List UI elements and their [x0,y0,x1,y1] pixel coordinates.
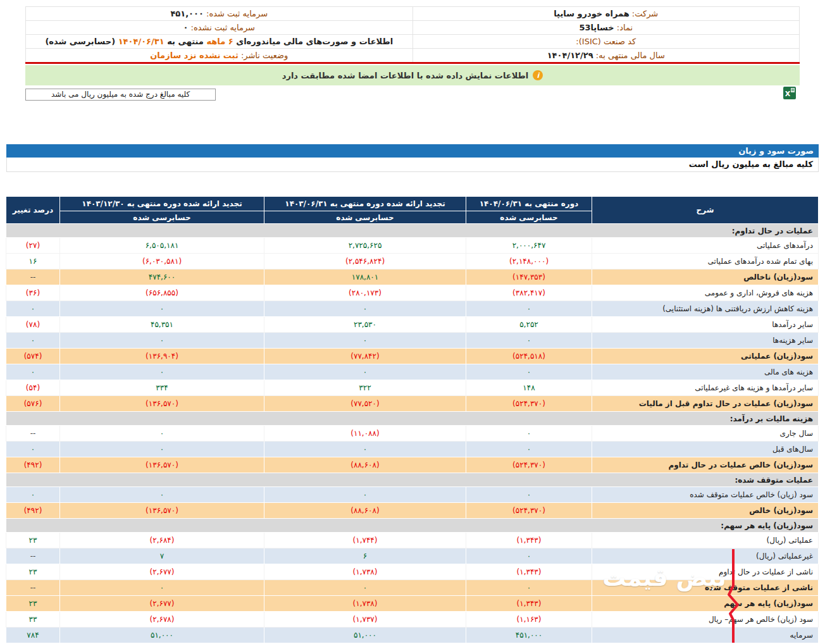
pl-section-label: سود(زیان) پایه هر سهم: [6,519,819,533]
pl-cell-v1: (۵۲۴,۳۷۰) [466,396,592,412]
pl-row-label: سود(زیان) عملیات در حال تداوم قبل از مال… [592,396,819,412]
pl-row-label: هزینه های مالی [592,364,819,380]
pl-cell-v3: ۰ [60,333,264,349]
pl-cell-v1: ۰ [466,301,592,317]
statement-title-cell: اطلاعات و صورت‌های مالی میاندوره‌ای ۶ ما… [26,35,413,49]
signed-info-banner: i اطلاعات نمایش داده شده با اطلاعات امضا… [25,65,800,85]
pl-cell-v3: (۲,۶۸۴) [60,533,264,548]
pl-cell-pct: -- [6,426,60,442]
pl-cell-pct: ۰ [6,487,60,503]
banner-message: اطلاعات نمایش داده شده با اطلاعات امضا ش… [282,71,529,80]
pl-row-label: درآمدهای عملیاتی [592,238,819,254]
pl-cell-v3: ۰ [60,301,264,317]
pl-cell-v2: (۲۸۰,۱۷۳) [264,285,466,301]
pl-cell-v3: ۰ [60,580,264,596]
statement-part: منتهی به [164,37,207,46]
pl-cell-pct: -- [6,269,60,285]
pl-cell-pct: ۰ [6,333,60,349]
million-note: کلیه مبالغ درج شده به میلیون ریال می باش… [25,89,216,101]
pl-data-row: سود (زیان) خالص عملیات متوقف شده۰۰۰۰ [6,487,819,503]
pl-cell-v2: (۱,۷۴۴) [264,533,466,548]
pl-row-label: هزینه های فروش، اداری و عمومی [592,285,819,301]
pl-cell-v2: ۲,۷۲۵,۶۲۵ [264,238,466,254]
pl-data-row: سال جاری۰(۱۱,۰۸۸)۰-- [6,426,819,442]
symbol-cell: نماد: خساپا53 [412,21,800,35]
fiscal-year-cell: سال مالی منتهی به: ۱۴۰۴/۱۲/۲۹ [412,49,800,63]
pl-row-label: سود (زیان) خالص هر سهم– ریال [592,612,819,628]
pl-cell-v2: ۱۷۸,۸۰۱ [264,269,466,285]
pl-cell-pct: (۲۷) [6,238,60,254]
pl-cell-pct: (۵۴) [6,380,60,396]
statement-period-highlight: ۶ ماهه [206,37,233,46]
pl-cell-v1: ۱۴۸ [466,380,592,396]
pl-cell-v1: ۰ [466,333,592,349]
pl-data-row: هزینه های مالی۰۰۰۰ [6,364,819,380]
audited-label: حسابرسی شده [466,211,592,224]
pl-cell-v1: ۰ [466,426,592,442]
pl-data-row: سایر درآمدها۵,۲۵۲۲۳,۵۳۰۴۵,۳۵۱(۷۸) [6,317,819,333]
pl-row-label: سود (زیان) خالص عملیات متوقف شده [592,487,819,503]
pl-data-row: سایر درآمدها و هزینه های غیرعملیاتی۱۴۸۳۲… [6,380,819,396]
pl-section-label: هزینه مالیات بر درآمد: [6,412,819,426]
company-label: شرکت: [632,9,658,18]
pl-cell-v3: (۱۳۶,۵۷۰) [60,503,264,519]
pl-section-row: سود(زیان) پایه هر سهم: [6,519,819,533]
pl-data-row: غیرعملیاتی (ریال)۰۶۷-- [6,548,819,564]
pl-cell-pct: ۲۳ [6,596,60,612]
info-icon: i [533,70,543,80]
fiscal-year-value: ۱۴۰۴/۱۲/۲۹ [547,51,593,60]
excel-x-glyph: X [785,90,791,98]
pl-cell-v3: (۱۳۶,۵۷۰) [60,396,264,412]
pl-row-label: بهای تمام شده درآمدهای عملیاتی [592,254,819,269]
pl-data-row: ناشی از عملیات متوقف شده۰۰۰-- [6,580,819,596]
info-row: سال مالی منتهی به: ۱۴۰۴/۱۲/۲۹ وضعیت ناشر… [26,49,800,63]
capital-unregistered-value: ۰ [183,23,189,32]
pl-cell-v3: ۴۷۴,۶۰۰ [60,269,264,285]
pl-data-row: سایر هزینه‌ها۰۰۰۰ [6,333,819,349]
pl-row-label: سایر درآمدها [592,317,819,333]
pl-cell-v3: (۶۵۶,۸۵۵) [60,285,264,301]
pl-cell-v3: ۰ [60,364,264,380]
pl-cell-v3: (۱۳۶,۵۷۰) [60,457,264,473]
pl-cell-pct: ۲۳ [6,564,60,580]
pl-cell-v3: ۰ [60,442,264,457]
company-info-table: شرکت: همراه خودرو سایپا سرمایه ثبت شده: … [25,6,800,63]
pl-cell-v3: ۶,۵۰۵,۱۸۱ [60,238,264,254]
pl-row-label: سود(زیان) عملیاتی [592,349,819,364]
pl-cell-pct: ۲۳ [6,533,60,548]
statement-audited-note: (حسابرسی شده) [45,37,118,46]
pl-cell-v2: ۰ [264,487,466,503]
capital-unregistered-cell: سرمایه ثبت نشده: ۰ [26,21,413,35]
pl-row-label: هزینه کاهش ارزش دریافتنی ها (هزینه استثن… [592,301,819,317]
col-header-period-1404-06-31: دوره منتهی به ۱۴۰۴/۰۶/۳۱ [466,197,592,211]
pl-header-row: شرح دوره منتهی به ۱۴۰۴/۰۶/۳۱ تجدید ارائه… [6,197,819,211]
pl-cell-v1: ۰ [466,364,592,380]
capital-registered-label: سرمایه ثبت شده: [206,9,268,18]
pl-cell-v3: ۰ [60,487,264,503]
pl-section-row: عملیات متوقف شده: [6,473,819,487]
pl-cell-v1: ۴۵۱,۰۰۰ [466,628,592,643]
pl-cell-v2: ۰ [264,333,466,349]
pl-cell-pct: (۴۹۲) [6,503,60,519]
pl-statement-title-bar: صورت سود و زیان [6,144,819,158]
pl-row-label: سود(زیان) پایه هر سهم [592,596,819,612]
pl-cell-v1: ۰ [466,580,592,596]
col-header-description: شرح [592,197,819,224]
pl-row-label: ناشی از عملیات در حال تداوم [592,564,819,580]
pl-data-row: بهای تمام شده درآمدهای عملیاتی(۲,۱۴۸,۰۰۰… [6,254,819,269]
pl-cell-v1: ۰ [466,548,592,564]
pl-data-row: هزینه های فروش، اداری و عمومی(۳۸۲,۴۱۷)(۲… [6,285,819,301]
pl-cell-v1: (۱,۱۶۳) [466,612,592,628]
pl-cell-v1: (۱,۳۴۳) [466,596,592,612]
pl-cell-pct: ۰ [6,442,60,457]
pl-cell-v3: (۶,۰۳۰,۵۸۱) [60,254,264,269]
statement-part: اطلاعات و صورت‌های مالی میاندوره‌ای [233,37,393,46]
pl-section-label: عملیات متوقف شده: [6,473,819,487]
pl-cell-v2: (۱,۷۳۷) [264,612,466,628]
pl-section-label: عملیات در حال تداوم: [6,224,819,238]
pl-cell-v3: (۲,۶۷۷) [60,596,264,612]
publisher-status-label: وضعیت ناشر: [241,51,288,60]
pl-cell-v2: ۵۱,۰۰۰ [264,628,466,643]
excel-export-icon[interactable]: X [783,87,796,102]
pl-cell-v1: (۲,۱۴۸,۰۰۰) [466,254,592,269]
